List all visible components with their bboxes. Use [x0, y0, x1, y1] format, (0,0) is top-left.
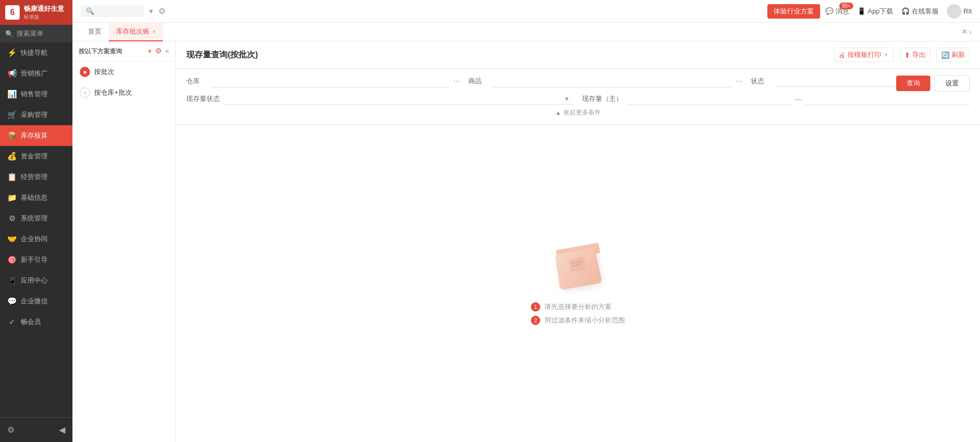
topbar-right: 💬 消息 99+ 📱 App下载 🎧 在线客服 Rit	[825, 4, 972, 19]
export-icon: ⬆	[904, 51, 910, 59]
sidebar-item-enterprise[interactable]: 🤝 企业协同	[0, 229, 72, 249]
topbar-settings-icon[interactable]: ⚙	[158, 6, 166, 16]
sidebar-item-label: 营销推广	[21, 69, 48, 78]
app-download-icon: 📱	[857, 7, 866, 15]
sidebar-item-newbie[interactable]: 🎯 新手引导	[0, 249, 72, 270]
sidebar-item-finance[interactable]: 💰 资金管理	[0, 146, 72, 167]
sidebar-search[interactable]: 🔍 搜索菜单	[0, 25, 72, 42]
app-logo: 6	[5, 5, 20, 20]
scheme-item-warehouse-batch[interactable]: ○ 按仓库+批次	[72, 82, 175, 103]
stock-status-select[interactable]: ▼	[224, 94, 574, 105]
stock-qty-filter: 现存量（主） —	[582, 93, 970, 105]
sidebar-item-system[interactable]: ⚙ 系统管理	[0, 208, 72, 229]
system-icon: ⚙	[7, 214, 17, 223]
online-service-btn[interactable]: 🎧 在线客服	[901, 7, 939, 16]
empty-text-area: 1 请先选择要分析的方案 2 用过滤条件来缩小分析范围	[531, 302, 625, 325]
tab-close-icon[interactable]: ×	[153, 28, 156, 35]
sidebar-item-member[interactable]: ✓ 畅会员	[0, 312, 72, 332]
global-arrow-icon[interactable]: ›	[969, 28, 972, 36]
empty-box-svg	[566, 254, 589, 277]
sidebar-item-label: 应用中心	[21, 276, 48, 285]
message-icon: 💬	[825, 7, 834, 15]
message-btn[interactable]: 💬 消息 99+	[825, 7, 849, 16]
print-dropdown-icon[interactable]: ▼	[883, 52, 889, 58]
tab-inventory-label: 库存批次账	[116, 27, 150, 36]
sidebar-item-label: 库存核算	[21, 131, 48, 140]
scheme-batch-label: 按批次	[94, 67, 114, 77]
collapse-filters-btn[interactable]: ▲ 收起更多条件	[186, 105, 970, 118]
topbar-search-icon: 🔍	[86, 7, 94, 15]
wechat-icon: 💬	[7, 297, 17, 306]
topbar-search-box[interactable]: 🔍	[81, 5, 144, 17]
export-btn[interactable]: ⬆ 导出	[900, 48, 930, 62]
sidebar-header: 6 畅康通好生意 标准版	[0, 0, 72, 25]
scheme-settings-icon[interactable]: ⚙	[155, 47, 162, 56]
add-scheme-icon[interactable]: +	[147, 47, 152, 56]
scheme-item-batch[interactable]: ● 按批次	[72, 62, 175, 82]
experience-btn[interactable]: 体验行业方案	[767, 4, 820, 19]
empty-icon-container	[552, 242, 604, 294]
sidebar-item-quick-nav[interactable]: ⚡ 快捷导航	[0, 42, 72, 63]
left-panel-collapse-icon[interactable]: «	[165, 47, 169, 56]
hint-2-text: 用过滤条件来缩小分析范围	[544, 316, 625, 325]
sales-icon: 📊	[7, 90, 17, 99]
sidebar-item-label: 企业协同	[21, 234, 48, 244]
product-more-icon[interactable]: ···	[735, 77, 742, 86]
global-close-icon[interactable]: ×	[962, 26, 968, 37]
content-area: 按以下方案查询 + ⚙ « ● 按批次 ○ 按仓库+批次 现存量查询(按批次)	[72, 41, 980, 442]
app-download-label: App下载	[868, 7, 893, 16]
newbie-icon: 🎯	[7, 255, 17, 264]
sidebar-item-app-center[interactable]: 📱 应用中心	[0, 270, 72, 291]
page-header-actions: 🖨 按模板打印 ▼ ⬆ 导出 🔄 刷新	[834, 48, 970, 62]
warehouse-label: 仓库	[186, 77, 207, 86]
sidebar-item-label: 经营管理	[21, 172, 48, 182]
stock-status-dropdown-icon: ▼	[564, 96, 570, 102]
enterprise-icon: 🤝	[7, 234, 17, 244]
quick-nav-icon: ⚡	[7, 48, 17, 57]
main-area: 🔍 ▼ ⚙ 体验行业方案 💬 消息 99+ 📱 App下载 🎧 在线客服	[72, 0, 980, 442]
tab-home[interactable]: 首页	[81, 23, 109, 41]
sidebar-item-label: 采购管理	[21, 110, 48, 120]
sidebar-item-label: 基础信息	[21, 193, 48, 202]
sidebar-settings-icon[interactable]: ⚙	[5, 423, 17, 437]
app-center-icon: 📱	[7, 276, 17, 285]
svg-rect-0	[569, 257, 586, 272]
warehouse-input[interactable]	[211, 75, 449, 87]
user-menu[interactable]: Rit	[947, 4, 972, 19]
warehouse-more-icon[interactable]: ···	[453, 77, 460, 86]
settings-button[interactable]: 设置	[934, 75, 970, 92]
sidebar: 6 畅康通好生意 标准版 🔍 搜索菜单 ⚡ 快捷导航 📢 营销推广 📊 销售管理…	[0, 0, 72, 442]
sidebar-item-purchase[interactable]: 🛒 采购管理	[0, 105, 72, 125]
tabs-bar: 首页 库存批次账 × × ›	[72, 23, 980, 41]
search-icon: 🔍	[5, 30, 13, 38]
hint-1-num: 1	[531, 302, 540, 312]
tab-inventory[interactable]: 库存批次账 ×	[109, 23, 163, 41]
sidebar-item-wechat[interactable]: 💬 企业微信	[0, 291, 72, 312]
sidebar-item-operations[interactable]: 📋 经营管理	[0, 167, 72, 187]
member-icon: ✓	[7, 317, 17, 327]
print-icon: 🖨	[839, 51, 845, 59]
scheme-active-icon: ●	[80, 67, 90, 77]
sidebar-item-marketing[interactable]: 📢 营销推广	[0, 63, 72, 84]
page-title: 现存量查询(按批次)	[186, 50, 258, 61]
sidebar-collapse-icon[interactable]: ◀	[57, 423, 67, 437]
app-download-btn[interactable]: 📱 App下载	[857, 7, 893, 16]
print-btn[interactable]: 🖨 按模板打印 ▼	[834, 48, 894, 62]
query-button[interactable]: 查询	[896, 76, 930, 91]
refresh-icon: 🔄	[941, 51, 949, 59]
stock-qty-min-input[interactable]	[627, 93, 791, 105]
topbar-dropdown-icon[interactable]: ▼	[148, 8, 154, 15]
sidebar-item-sales[interactable]: 📊 销售管理	[0, 84, 72, 105]
stock-qty-max-input[interactable]	[806, 93, 970, 105]
hint-2-num: 2	[531, 316, 540, 325]
sidebar-item-inventory[interactable]: 📦 库存核算	[0, 125, 72, 146]
topbar-search-input[interactable]	[97, 8, 139, 15]
service-icon: 🎧	[901, 7, 910, 15]
refresh-btn[interactable]: 🔄 刷新	[937, 48, 970, 62]
refresh-label: 刷新	[952, 50, 965, 60]
sidebar-item-basic-info[interactable]: 📁 基础信息	[0, 187, 72, 208]
product-filter: 商品 ···	[468, 75, 742, 87]
inventory-icon: 📦	[7, 131, 17, 140]
tab-home-label: 首页	[88, 27, 101, 36]
product-input[interactable]	[493, 75, 731, 87]
